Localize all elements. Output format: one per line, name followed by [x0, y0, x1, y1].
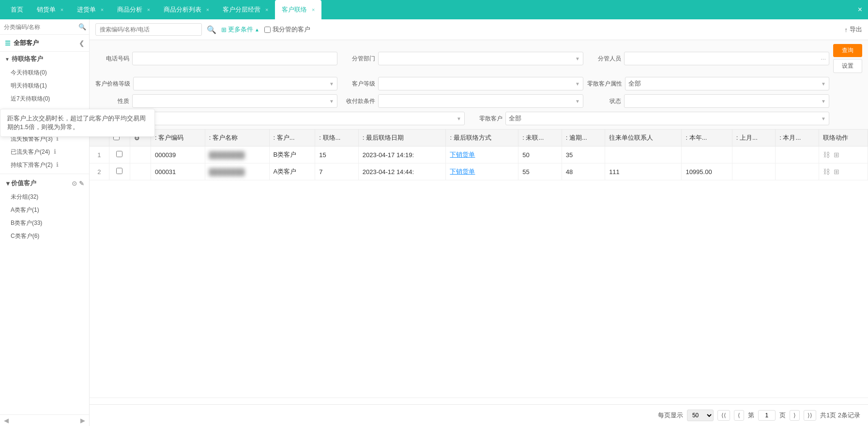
sidebar-section2-label: 价值客户 — [11, 179, 36, 188]
export-button[interactable]: ↑ 导出 — [845, 25, 863, 34]
price-grade-label: 客户价格等级 — [95, 80, 130, 88]
sidebar-item-class-a[interactable]: A类客户(1) — [0, 204, 89, 217]
add-icon[interactable]: ✎ — [79, 180, 84, 187]
price-grade-select[interactable]: ▼ — [133, 77, 337, 90]
nature-select[interactable]: ▼ — [132, 94, 337, 108]
action-link-icon[interactable]: ⛓ — [823, 168, 830, 176]
row-partner: 111 — [605, 163, 682, 180]
close-icon[interactable]: × — [312, 7, 315, 13]
close-icon[interactable]: × — [101, 7, 104, 13]
nav-customer-tier[interactable]: 客户分层经营 × — [216, 0, 275, 19]
next-page-button[interactable]: ⟩ — [790, 410, 800, 421]
row-checkbox[interactable] — [109, 147, 130, 163]
retail-attr-value: 全部 — [628, 79, 641, 88]
per-page-select[interactable]: 50 100 200 — [687, 410, 714, 421]
retail-customer-select[interactable]: 全部 ▼ — [505, 112, 829, 125]
dept-select[interactable]: ▼ — [378, 52, 583, 65]
row-checkbox[interactable] — [109, 163, 130, 180]
last-page-button[interactable]: ⟩⟩ — [804, 410, 816, 421]
all-customers-label: 全部客户 — [14, 39, 39, 47]
row-code: 000031 — [151, 163, 205, 180]
nav-product-list[interactable]: 商品分析列表 × — [157, 0, 216, 19]
filter-cell-customer-type: 客户类型 ▼ — [104, 112, 465, 125]
sidebar-group-label: 待联络客户 — [12, 55, 43, 63]
query-button[interactable]: 查询 — [833, 44, 862, 57]
sidebar-item-ungrouped[interactable]: 未分组(32) — [0, 191, 89, 204]
customer-type-select[interactable]: ▼ — [141, 112, 465, 125]
row-code: 000039 — [151, 147, 205, 163]
row-this-year: 10995.00 — [682, 163, 732, 180]
content-area: 🔍 ⊞ 更多条件 ▲ 我分管的客户 ↑ 导出 电话号码 — [90, 19, 868, 426]
per-page-label: 每页显示 — [658, 411, 683, 420]
sidebar-item-7days[interactable]: 近7天待联络(0) — [0, 92, 89, 105]
row-last-way-link[interactable]: 下销货单 — [450, 168, 475, 175]
search-input[interactable] — [95, 23, 202, 36]
sidebar-bottom-scroll[interactable]: ◀▶ — [0, 414, 89, 426]
sidebar-search-input[interactable] — [4, 24, 76, 30]
col-overdue-header: : 逾期... — [562, 130, 605, 147]
col-last-date-header: : 最后联络日期 — [358, 130, 446, 147]
sidebar-item-today[interactable]: 今天待联络(0) — [0, 66, 89, 79]
sidebar-search-icon[interactable]: 🔍 — [78, 23, 86, 30]
sidebar-group-pending[interactable]: ▼ 待联络客户 — [0, 52, 89, 66]
sidebar-item-class-c[interactable]: C类客户(6) — [0, 230, 89, 243]
page-number-input[interactable] — [758, 410, 776, 421]
status-select[interactable]: ▼ — [624, 94, 829, 108]
my-customers-checkbox-label[interactable]: 我分管的客户 — [264, 25, 310, 34]
filter-cell-retail-attr: 零散客户属性 全部 ▼ — [587, 77, 829, 90]
col-category-header: : 客户... — [269, 130, 315, 147]
nav-customer-contact[interactable]: 客户联络 × — [275, 0, 321, 19]
settings-button[interactable]: 设置 — [833, 59, 862, 73]
tooltip-box: 距客户上次交易时长，超过了此客户的平均交易周期的1.5倍，则视为异常。 — [0, 109, 90, 137]
my-customers-checkbox[interactable] — [264, 27, 271, 33]
nature-label: 性质 — [95, 97, 129, 105]
row-last-date: 2023-04-17 14:19: — [358, 147, 446, 163]
action-link-icon[interactable]: ⛓ — [823, 151, 830, 159]
retail-attr-label: 零散客户属性 — [587, 80, 622, 88]
first-page-button[interactable]: ⟨⟨ — [717, 410, 730, 421]
col-partner-header: 往来单位联系人 — [605, 130, 682, 147]
col-contact-header: : 联络... — [315, 130, 358, 147]
filter-icon: ⊞ — [221, 26, 227, 33]
close-icon[interactable]: × — [206, 7, 209, 13]
filter-cell-retail-customer: 零散客户 全部 ▼ — [469, 112, 829, 125]
row-select-checkbox[interactable] — [116, 168, 122, 174]
close-icon[interactable]: × — [147, 7, 150, 13]
row-overdue: 35 — [562, 147, 605, 163]
nav-purchase[interactable]: 进货单 × — [70, 0, 110, 19]
more-conditions-label: 更多条件 — [228, 25, 253, 34]
nav-sales[interactable]: 销货单 × — [30, 0, 70, 19]
sidebar-collapse-btn[interactable]: ❮ — [79, 40, 84, 47]
nav-home[interactable]: 首页 — [4, 0, 30, 19]
filter-row-2: 客户价格等级 ▼ 客户等级 ▼ 零散客户属性 全部 — [95, 77, 862, 90]
row-last-way-link[interactable]: 下销货单 — [450, 151, 475, 158]
row-partner — [605, 147, 682, 163]
row-select-checkbox[interactable] — [116, 151, 122, 157]
action-grid-icon[interactable]: ⊞ — [834, 151, 839, 159]
col-action-header: 联络动作 — [819, 130, 868, 147]
sidebar: 🔍 ☰ 全部客户 ❮ ▼ 待联络客户 今天待联络(0) 明天待联络(1) 近7天… — [0, 19, 90, 426]
phone-input[interactable] — [132, 52, 337, 65]
close-all-button[interactable]: × — [858, 5, 862, 14]
top-nav: 首页 销货单 × 进货单 × 商品分析 × 商品分析列表 × 客户分层经营 × … — [0, 0, 868, 19]
customer-grade-select[interactable]: ▼ — [378, 77, 583, 90]
sidebar-item-class-b[interactable]: B类客户(33) — [0, 217, 89, 230]
edit-icon[interactable]: ⊙ — [72, 180, 77, 187]
action-grid-icon[interactable]: ⊞ — [834, 168, 839, 176]
nav-product-analysis[interactable]: 商品分析 × — [110, 0, 157, 19]
sidebar-item-declining[interactable]: 持续下滑客户(2) ℹ — [0, 159, 89, 172]
sidebar-section2-icons: ⊙ ✎ — [72, 180, 84, 187]
bottom-scrollbar[interactable] — [90, 397, 868, 404]
close-icon[interactable]: × — [265, 7, 268, 13]
retail-attr-select[interactable]: 全部 ▼ — [625, 77, 829, 90]
close-icon[interactable]: × — [61, 7, 63, 13]
filter-cell-person: 分管人员 ··· — [587, 52, 829, 65]
tooltip-text: 距客户上次交易时长，超过了此客户的平均交易周期的1.5倍，则视为异常。 — [7, 115, 90, 131]
sidebar-item-tomorrow[interactable]: 明天待联络(1) — [0, 79, 89, 92]
person-select[interactable]: ··· — [624, 52, 829, 65]
more-conditions-button[interactable]: ⊞ 更多条件 ▲ — [221, 25, 259, 34]
search-button[interactable]: 🔍 — [207, 25, 216, 34]
prev-page-button[interactable]: ⟨ — [734, 410, 744, 421]
sidebar-item-lost[interactable]: 已流失客户(24) ℹ — [0, 146, 89, 159]
payment-select[interactable]: ▼ — [378, 94, 583, 108]
